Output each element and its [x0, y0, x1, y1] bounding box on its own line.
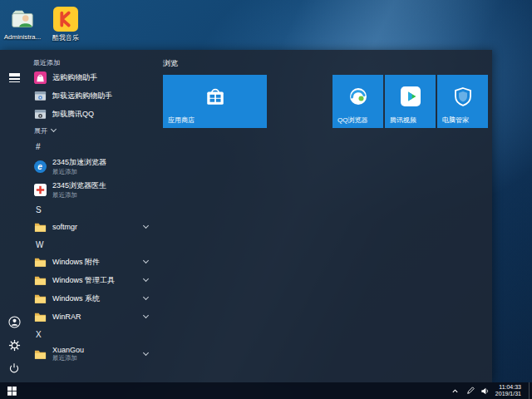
tile-app-store[interactable]: 应用商店	[163, 75, 267, 128]
tile-qq-browser[interactable]: QQ浏览器	[332, 75, 383, 128]
app-list-item-2345-browser[interactable]: e 2345加速浏览器 最近添加	[30, 155, 155, 178]
app-list-item-2345-doctor[interactable]: 2345浏览器医生 最近添加	[30, 178, 155, 201]
chevron-down-icon	[143, 350, 149, 356]
recently-added-header: 最近添加	[30, 57, 155, 68]
app-subtitle: 最近添加	[52, 168, 106, 176]
browser-doctor-icon	[33, 183, 47, 196]
user-account-button[interactable]	[7, 314, 22, 329]
app-title: 卸载腾讯QQ	[52, 109, 94, 120]
clock-time: 11:04:33	[495, 384, 521, 392]
folder-title: Windows 管理工具	[52, 275, 115, 286]
folder-title: XuanGou	[52, 346, 84, 354]
power-icon	[8, 362, 20, 374]
folder-title: softmgr	[52, 223, 77, 231]
hidden-icons-caret[interactable]	[451, 386, 461, 396]
desktop-icon-administrator[interactable]: Administra...	[2, 7, 43, 41]
tile-label: 电脑管家	[442, 116, 469, 125]
folder-item-softmgr[interactable]: softmgr	[30, 218, 155, 236]
uninstaller-icon	[33, 89, 47, 102]
folder-item-winrar[interactable]: WinRAR	[30, 308, 155, 326]
section-letter-s[interactable]: S	[30, 201, 155, 218]
tile-label: 应用商店	[168, 116, 195, 125]
chevron-down-icon	[143, 294, 149, 300]
tile-group-label[interactable]: 浏览	[163, 58, 178, 69]
app-title: 2345浏览器医生	[52, 180, 106, 191]
folder-title: WinRAR	[52, 313, 81, 321]
tile-tencent-video[interactable]: 腾讯视频	[385, 75, 436, 128]
folder-title: Windows 系统	[52, 293, 100, 304]
start-button[interactable]	[0, 382, 23, 399]
taskbar-clock[interactable]: 11:04:33 2019/1/31	[495, 384, 524, 398]
screen: Administra... 酷我音乐	[0, 0, 532, 399]
folder-item-windows-system[interactable]: Windows 系统	[30, 289, 155, 308]
folder-item-windows-admin-tools[interactable]: Windows 管理工具	[30, 271, 155, 289]
settings-button[interactable]	[7, 337, 22, 352]
start-menu: 最近添加 远购购物助手	[0, 50, 492, 382]
section-letter-w[interactable]: W	[30, 236, 155, 253]
folder-icon	[33, 273, 47, 287]
app-title: 远购购物助手	[52, 72, 97, 83]
app-title: 卸载远购购物助手	[52, 91, 112, 101]
user-folder-icon	[10, 7, 35, 32]
folder-icon	[33, 255, 47, 268]
app-list-item-uninstall-qq[interactable]: 卸载腾讯QQ	[30, 105, 155, 123]
tencent-video-icon	[401, 86, 421, 110]
folder-icon	[33, 347, 47, 361]
desktop-icon-kuwo-music[interactable]: 酷我音乐	[45, 7, 86, 42]
taskbar: 11:04:33 2019/1/31	[0, 382, 532, 399]
tray-pen-icon[interactable]	[466, 386, 475, 396]
start-menu-rail	[0, 50, 28, 382]
app-subtitle: 最近添加	[52, 354, 84, 362]
folder-icon	[33, 292, 47, 305]
chevron-down-icon	[143, 223, 149, 229]
expand-button[interactable]: 展开	[30, 123, 155, 138]
desktop-icon-label: 酷我音乐	[45, 33, 86, 42]
tile-pc-manager[interactable]: 电脑管家	[437, 75, 488, 128]
kuwo-music-icon	[53, 7, 78, 32]
browser-e-icon: e	[33, 160, 47, 173]
section-letter-hash[interactable]: #	[30, 138, 155, 155]
app-list: 最近添加 远购购物助手	[30, 57, 155, 366]
chevron-down-icon	[51, 126, 57, 132]
chevron-down-icon	[143, 258, 149, 264]
chevron-down-icon	[143, 276, 149, 282]
gear-icon	[8, 339, 21, 352]
menu-hamburger-button[interactable]	[7, 66, 22, 81]
show-desktop-button[interactable]	[529, 382, 532, 399]
folder-icon	[33, 220, 47, 234]
user-icon	[8, 316, 21, 328]
app-list-item-uninstall-yuangou[interactable]: 卸载远购购物助手	[30, 86, 155, 105]
system-tray: 11:04:33 2019/1/31	[451, 382, 532, 399]
shield-icon	[453, 86, 473, 110]
store-icon	[204, 86, 226, 111]
chevron-down-icon	[143, 313, 149, 318]
section-letter-x[interactable]: X	[30, 326, 155, 342]
tile-label: 腾讯视频	[390, 116, 416, 125]
qq-browser-icon	[348, 86, 368, 110]
folder-item-xuangou[interactable]: XuanGou 最近添加	[30, 342, 155, 366]
uninstaller-icon	[33, 107, 47, 121]
folder-icon	[33, 310, 47, 323]
app-subtitle: 最近添加	[52, 191, 106, 200]
folder-item-windows-accessories[interactable]: Windows 附件	[30, 253, 155, 271]
tile-label: QQ浏览器	[337, 116, 367, 125]
desktop-icon-label: Administra...	[2, 33, 43, 41]
tray-speaker-icon[interactable]	[480, 386, 490, 396]
app-list-item-yuangou-assistant[interactable]: 远购购物助手	[30, 68, 155, 86]
shopping-assistant-icon	[33, 71, 47, 84]
power-button[interactable]	[7, 361, 22, 376]
folder-title: Windows 附件	[52, 257, 100, 268]
expand-label: 展开	[34, 126, 47, 135]
clock-date: 2019/1/31	[495, 391, 521, 398]
app-title: 2345加速浏览器	[52, 157, 106, 168]
windows-logo-icon	[7, 387, 17, 396]
